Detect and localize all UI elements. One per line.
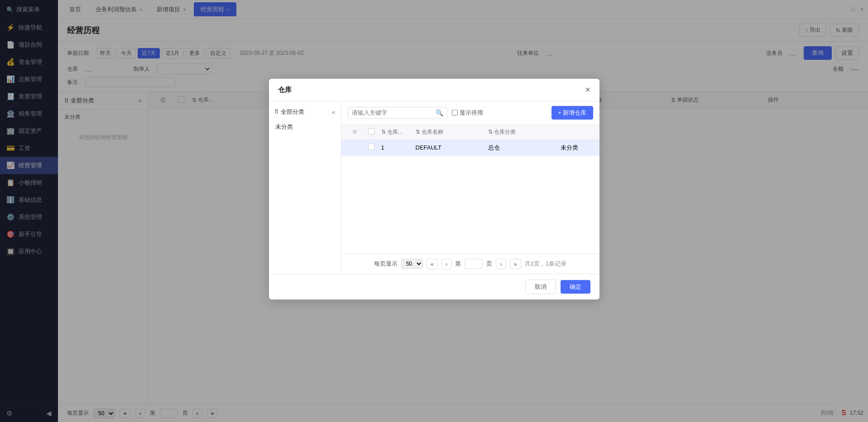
sort-id-icon: ⇅ [381,128,387,135]
modal-footer: 取消 确定 [269,273,599,299]
modal-row-id: 1 [379,144,416,151]
sort-name-icon: ⇅ [416,128,422,135]
modal-prev-page[interactable]: ‹ [441,258,451,269]
cancel-button[interactable]: 取消 [525,279,556,294]
modal-col-name: ⇅ 仓库名称 [416,128,488,136]
modal-page-label: 第 [455,260,461,268]
modal-col-id: ⇅ 仓库... [379,128,416,136]
modal-per-page-label: 每页显示 [374,260,398,268]
modal-right-panel: 🔍 显示停用 + 新增仓库 ⚙ ⇅ 仓库... [341,101,599,273]
modal-left-panel: ⠿ 全部分类 « 未分类 [269,101,341,273]
modal-table-row[interactable]: 1 DEFAULT 总仓 未分类 [341,140,599,155]
show-disabled-checkbox[interactable] [452,110,458,116]
modal-grid-icon: ⠿ [274,108,279,115]
modal-search-box[interactable]: 🔍 [348,107,447,118]
add-warehouse-button[interactable]: + 新增仓库 [551,106,593,119]
modal-table: ⚙ ⇅ 仓库... ⇅ 仓库名称 ⇅ 仓库分类 [341,124,599,253]
modal-pagination: 每页显示 50 « ‹ 第 1 页 › » 共1页，1条记录 [341,253,599,273]
modal-next-page[interactable]: › [496,258,506,269]
modal-show-disabled-toggle[interactable]: 显示停用 [452,108,483,116]
modal-toolbar: 🔍 显示停用 + 新增仓库 [341,101,599,124]
modal-body: ⠿ 全部分类 « 未分类 🔍 显示停用 + 新增仓库 [269,101,599,273]
modal-search-input[interactable] [352,109,433,116]
modal-table-header: ⚙ ⇅ 仓库... ⇅ 仓库名称 ⇅ 仓库分类 [341,124,599,140]
modal-row-check[interactable] [363,144,379,151]
modal-col-settings[interactable]: ⚙ [347,129,363,135]
warehouse-modal: 仓库 × ⠿ 全部分类 « 未分类 🔍 [269,78,599,299]
modal-page-input[interactable]: 1 [465,259,483,269]
modal-row-code: DEFAULT [416,144,488,151]
modal-per-page-select[interactable]: 50 [401,259,423,269]
modal-left-collapse[interactable]: « [332,108,336,115]
sort-cat-icon: ⇅ [488,128,494,135]
modal-last-page[interactable]: » [510,258,521,269]
modal-row-name: 总仓 [488,143,561,151]
modal-page-unit: 页 [486,260,492,268]
modal-row-category: 未分类 [561,143,594,151]
modal-search-icon: 🔍 [436,109,443,116]
modal-title: 仓库 [278,85,292,94]
modal-close-button[interactable]: × [585,85,590,94]
modal-left-title: ⠿ 全部分类 [274,107,304,116]
modal-header: 仓库 × [269,78,599,101]
modal-col-category: ⇅ 仓库分类 [488,128,594,136]
modal-first-page[interactable]: « [427,258,438,269]
modal-total-info: 共1页，1条记录 [525,260,566,268]
modal-col-check-all[interactable] [363,128,379,136]
modal-left-header: ⠿ 全部分类 « [269,106,341,119]
modal-row-checkbox[interactable] [368,144,374,150]
modal-check-all[interactable] [368,128,374,134]
modal-left-item-unclassified[interactable]: 未分类 [269,119,341,134]
confirm-button[interactable]: 确定 [561,280,590,293]
